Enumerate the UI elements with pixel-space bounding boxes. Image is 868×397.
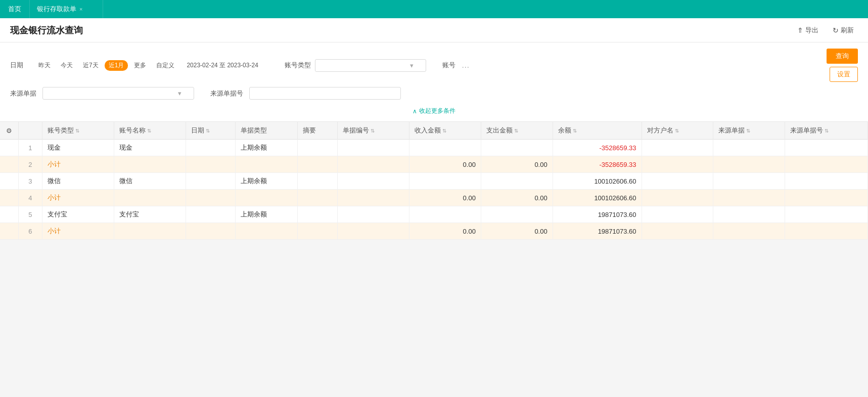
source-doc-label: 来源单据 bbox=[10, 89, 36, 98]
source-doc-select[interactable]: ▾ bbox=[42, 87, 194, 100]
table-row: 4小计0.000.00100102606.60 bbox=[0, 190, 868, 206]
table-wrapper: ⚙账号类型⇅账号名称⇅日期⇅单据类型摘要单据编号⇅收入金额⇅支出金额⇅余额⇅对方… bbox=[0, 122, 868, 240]
cell-row_num: 5 bbox=[18, 206, 42, 223]
col-header-account_type[interactable]: 账号类型⇅ bbox=[42, 122, 114, 140]
table-row: 2小计0.000.00-3528659.33 bbox=[0, 156, 868, 173]
col-header-income[interactable]: 收入金额⇅ bbox=[409, 122, 481, 140]
cell-gear bbox=[0, 173, 18, 190]
col-header-doc_no[interactable]: 单据编号⇅ bbox=[338, 122, 409, 140]
cell-income bbox=[409, 173, 481, 190]
account-ellipsis[interactable]: … bbox=[460, 61, 472, 70]
cell-account_name: 支付宝 bbox=[114, 206, 186, 223]
nav-home[interactable]: 首页 bbox=[0, 0, 30, 18]
cell-account_name: 微信 bbox=[114, 173, 186, 190]
cell-counterpart bbox=[642, 156, 713, 173]
cell-expense: 0.00 bbox=[481, 156, 553, 173]
account-type-label: 账号类型 bbox=[285, 61, 311, 70]
page-title: 现金银行流水查询 bbox=[10, 24, 83, 36]
cell-gear bbox=[0, 140, 18, 156]
cell-doc_type: 上期余额 bbox=[235, 173, 297, 190]
col-header-account_name[interactable]: 账号名称⇅ bbox=[114, 122, 186, 140]
cell-source_doc_no bbox=[785, 140, 868, 156]
cell-gear bbox=[0, 156, 18, 173]
cell-date bbox=[186, 140, 235, 156]
source-doc-dropdown-icon: ▾ bbox=[178, 90, 181, 97]
cell-expense: 0.00 bbox=[481, 190, 553, 206]
cell-account_name bbox=[114, 190, 186, 206]
nav-tab[interactable]: 银行存取款单× bbox=[30, 0, 103, 18]
col-header-balance[interactable]: 余额⇅ bbox=[553, 122, 642, 140]
cell-account_name bbox=[114, 156, 186, 173]
export-button[interactable]: ⇑ 导出 bbox=[793, 24, 823, 37]
date-pill[interactable]: 今天 bbox=[57, 60, 77, 71]
cell-balance: -3528659.33 bbox=[553, 156, 642, 173]
nav-tabs: 收款单×付款单×其他收入单×应收应付调整单×银行存取款单×预收冲应收单×收款核销… bbox=[30, 0, 103, 18]
cell-row_num: 3 bbox=[18, 173, 42, 190]
account-type-select[interactable]: ▾ bbox=[315, 59, 426, 72]
col-header-expense[interactable]: 支出金额⇅ bbox=[481, 122, 553, 140]
cell-date bbox=[186, 206, 235, 223]
refresh-icon: ↻ bbox=[833, 26, 839, 34]
col-header-row_num bbox=[18, 122, 42, 140]
cell-row_num: 6 bbox=[18, 223, 42, 240]
cell-doc_no bbox=[338, 206, 409, 223]
cell-counterpart bbox=[642, 223, 713, 240]
cell-doc_type bbox=[235, 223, 297, 240]
cell-account_type: 支付宝 bbox=[42, 206, 114, 223]
cell-source_doc bbox=[713, 140, 785, 156]
date-pill[interactable]: 近1月 bbox=[105, 60, 128, 71]
query-button[interactable]: 查询 bbox=[827, 49, 858, 64]
cell-account_type: 小计 bbox=[42, 223, 114, 240]
source-doc-no-label: 来源单据号 bbox=[210, 89, 243, 98]
col-header-source_doc[interactable]: 来源单据⇅ bbox=[713, 122, 785, 140]
cell-summary bbox=[297, 223, 337, 240]
tab-close-icon[interactable]: × bbox=[79, 6, 82, 12]
table-row: 1现金现金上期余额-3528659.33 bbox=[0, 140, 868, 156]
date-pill[interactable]: 更多 bbox=[130, 60, 150, 71]
cell-date bbox=[186, 156, 235, 173]
col-header-counterpart[interactable]: 对方户名⇅ bbox=[642, 122, 713, 140]
cell-summary bbox=[297, 140, 337, 156]
cell-gear bbox=[0, 206, 18, 223]
cell-income bbox=[409, 206, 481, 223]
cell-expense bbox=[481, 173, 553, 190]
cell-account_type: 小计 bbox=[42, 156, 114, 173]
cell-row_num: 4 bbox=[18, 190, 42, 206]
date-pill[interactable]: 近7天 bbox=[79, 60, 103, 71]
cell-source_doc bbox=[713, 173, 785, 190]
date-pills: 昨天今天近7天近1月更多自定义 bbox=[34, 60, 178, 71]
cell-counterpart bbox=[642, 190, 713, 206]
cell-account_type: 微信 bbox=[42, 173, 114, 190]
account-type-dropdown-icon: ▾ bbox=[410, 62, 414, 69]
account-label: 账号 bbox=[442, 61, 455, 70]
cell-source_doc bbox=[713, 156, 785, 173]
setting-button[interactable]: 设置 bbox=[830, 67, 858, 82]
cell-balance: 19871073.60 bbox=[553, 223, 642, 240]
cell-source_doc_no bbox=[785, 173, 868, 190]
refresh-button[interactable]: ↻ 刷新 bbox=[829, 24, 858, 37]
cell-balance: -3528659.33 bbox=[553, 140, 642, 156]
cell-expense bbox=[481, 140, 553, 156]
top-nav: 首页 收款单×付款单×其他收入单×应收应付调整单×银行存取款单×预收冲应收单×收… bbox=[0, 0, 868, 18]
cell-row_num: 2 bbox=[18, 156, 42, 173]
cell-counterpart bbox=[642, 206, 713, 223]
collapse-bar[interactable]: ∧ 收起更多条件 bbox=[10, 105, 858, 117]
date-pill[interactable]: 自定义 bbox=[152, 60, 178, 71]
data-table: ⚙账号类型⇅账号名称⇅日期⇅单据类型摘要单据编号⇅收入金额⇅支出金额⇅余额⇅对方… bbox=[0, 122, 868, 240]
col-header-date[interactable]: 日期⇅ bbox=[186, 122, 235, 140]
cell-source_doc_no bbox=[785, 190, 868, 206]
col-header-doc_type: 单据类型 bbox=[235, 122, 297, 140]
cell-income: 0.00 bbox=[409, 156, 481, 173]
sort-icon: ⇅ bbox=[442, 128, 446, 134]
sort-icon: ⇅ bbox=[675, 128, 679, 134]
cell-expense: 0.00 bbox=[481, 223, 553, 240]
filter-area: 日期 昨天今天近7天近1月更多自定义 2023-02-24 至 2023-03-… bbox=[0, 42, 868, 122]
col-header-source_doc_no[interactable]: 来源单据号⇅ bbox=[785, 122, 868, 140]
date-pill[interactable]: 昨天 bbox=[34, 60, 55, 71]
source-doc-no-input[interactable] bbox=[249, 87, 401, 100]
cell-source_doc_no bbox=[785, 206, 868, 223]
cell-date bbox=[186, 223, 235, 240]
page-header: 现金银行流水查询 ⇑ 导出 ↻ 刷新 bbox=[0, 18, 868, 42]
cell-doc_no bbox=[338, 173, 409, 190]
export-icon: ⇑ bbox=[797, 26, 803, 34]
